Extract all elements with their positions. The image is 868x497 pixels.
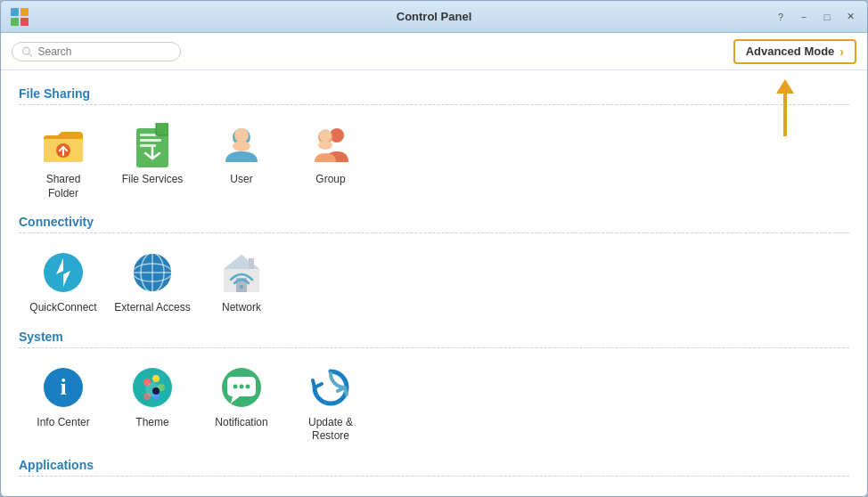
label-shared-folder: SharedFolder — [46, 173, 81, 200]
indexing-service-icon — [40, 493, 86, 496]
svg-rect-3 — [20, 18, 29, 26]
svg-rect-1 — [20, 8, 29, 16]
icon-update-restore[interactable]: Update & Restore — [286, 357, 375, 451]
label-quickconnect: QuickConnect — [29, 301, 96, 315]
label-info-center: Info Center — [37, 416, 89, 430]
user-icon — [218, 121, 265, 167]
icon-notification[interactable]: Notification — [197, 357, 286, 451]
notification-icon — [218, 364, 265, 411]
label-group: Group — [315, 173, 345, 187]
svg-point-46 — [233, 384, 238, 388]
svg-point-42 — [152, 387, 160, 395]
app-icon — [10, 7, 29, 27]
theme-icon — [129, 364, 176, 411]
toolbar: Advanced Mode › — [1, 33, 867, 70]
file-services-icon — [129, 121, 176, 167]
icon-file-services[interactable]: File Services — [108, 114, 197, 208]
advanced-mode-label: Advanced Mode — [746, 45, 835, 58]
arrow-indicator — [776, 79, 794, 136]
icon-user[interactable]: User — [197, 114, 286, 208]
icon-network[interactable]: Network — [197, 242, 286, 322]
icon-indexing-service[interactable]: Indexing Service — [19, 485, 108, 496]
svg-point-37 — [152, 375, 160, 382]
titlebar: Control Panel ? − □ ✕ — [1, 1, 867, 33]
divider-system — [19, 347, 849, 348]
applications-icons: Indexing Service — [19, 485, 849, 496]
svg-rect-11 — [140, 139, 161, 142]
search-input[interactable] — [37, 45, 171, 58]
content-area: File Sharing SharedFolder — [1, 70, 867, 496]
svg-point-32 — [240, 285, 243, 289]
help-button[interactable]: ? — [773, 9, 789, 25]
arrow-head — [776, 79, 794, 94]
icon-group[interactable]: Group — [286, 114, 375, 208]
svg-point-18 — [319, 129, 332, 142]
section-label-connectivity: Connectivity — [19, 215, 849, 229]
icon-info-center[interactable]: i Info Center — [19, 357, 108, 451]
label-theme: Theme — [135, 416, 168, 430]
window-controls: ? − □ ✕ — [773, 9, 858, 25]
divider-connectivity — [19, 232, 849, 233]
section-label-applications: Applications — [19, 458, 849, 472]
connectivity-icons: QuickConnect External Access — [19, 242, 849, 322]
svg-line-5 — [29, 53, 32, 56]
section-label-system: System — [19, 330, 849, 344]
system-icons: i Info Center Theme — [19, 357, 849, 451]
icon-external-access[interactable]: External Access — [108, 242, 197, 322]
titlebar-left — [10, 7, 29, 27]
divider-file-sharing — [19, 104, 849, 105]
advanced-mode-button[interactable]: Advanced Mode › — [733, 39, 856, 64]
svg-rect-2 — [11, 18, 19, 26]
svg-point-4 — [23, 47, 30, 54]
svg-point-19 — [318, 141, 332, 150]
icon-theme[interactable]: Theme — [108, 357, 197, 451]
label-external-access: External Access — [114, 301, 190, 315]
info-center-icon: i — [40, 364, 86, 411]
close-button[interactable]: ✕ — [842, 9, 858, 25]
external-access-icon — [129, 249, 176, 296]
divider-applications — [19, 476, 849, 477]
icon-quickconnect[interactable]: QuickConnect — [19, 242, 108, 322]
svg-rect-0 — [11, 8, 19, 16]
network-icon — [218, 249, 265, 296]
label-network: Network — [222, 301, 261, 315]
arrow-shaft — [783, 94, 787, 136]
svg-point-15 — [233, 141, 250, 151]
quickconnect-icon — [40, 249, 86, 296]
svg-point-48 — [246, 384, 250, 388]
maximize-button[interactable]: □ — [819, 9, 835, 25]
section-label-file-sharing: File Sharing — [19, 86, 849, 101]
label-user: User — [230, 173, 252, 187]
label-update-restore: Update & Restore — [290, 416, 372, 444]
group-icon — [307, 121, 354, 167]
search-box[interactable] — [12, 42, 181, 61]
shared-folder-icon — [40, 121, 86, 167]
update-restore-icon — [307, 364, 354, 411]
svg-rect-31 — [249, 258, 254, 269]
label-notification: Notification — [215, 416, 267, 430]
minimize-button[interactable]: − — [796, 9, 812, 25]
search-icon — [21, 45, 32, 58]
icon-shared-folder[interactable]: SharedFolder — [19, 114, 108, 208]
window-title: Control Panel — [397, 10, 472, 23]
svg-point-47 — [240, 384, 244, 388]
file-sharing-icons: SharedFolder File Services — [19, 114, 849, 208]
control-panel-window: Control Panel ? − □ ✕ Advanced Mode › — [0, 0, 868, 497]
svg-rect-10 — [140, 134, 158, 136]
label-file-services: File Services — [122, 173, 184, 187]
chevron-right-icon: › — [839, 45, 844, 59]
svg-point-14 — [234, 128, 249, 143]
svg-text:i: i — [60, 374, 66, 400]
svg-rect-12 — [140, 144, 156, 147]
